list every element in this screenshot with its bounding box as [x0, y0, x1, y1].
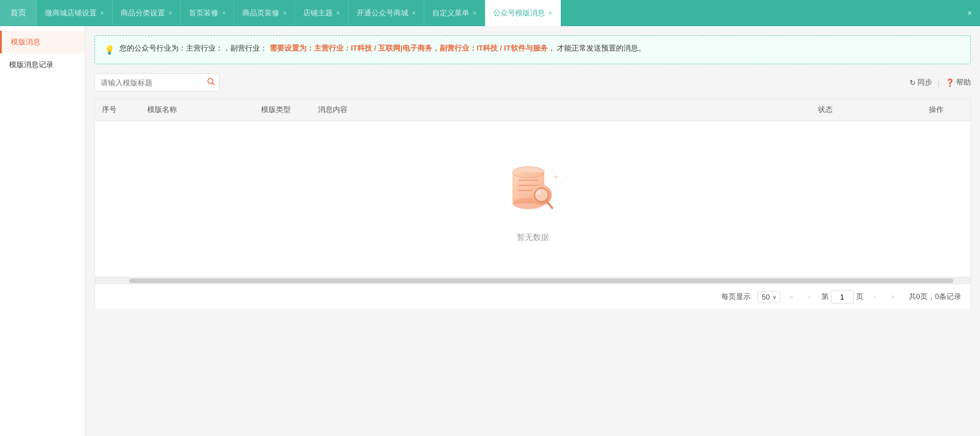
help-button[interactable]: ❓ 帮助: [945, 77, 971, 88]
close-open-mall[interactable]: ×: [412, 9, 416, 17]
nav-tab-home[interactable]: 首页: [0, 0, 37, 26]
page-number-input[interactable]: [831, 290, 854, 304]
total-info: 共0页，0条记录: [909, 292, 961, 302]
sidebar-item-template-msg[interactable]: 模版消息: [0, 31, 85, 53]
svg-point-14: [559, 182, 561, 184]
table-header: 序号 模版名称 模版类型 消息内容 状态 操作: [95, 99, 970, 121]
alert-highlight: 需要设置为：主营行业：IT科技 / 互联网|电子商务，副营行业：IT科技 / I…: [270, 44, 555, 52]
alert-banner: 💡 您的公众号行业为：主营行业：，副营行业： 需要设置为：主营行业：IT科技 /…: [94, 35, 971, 64]
product-category-label: 商品分类设置: [121, 8, 165, 18]
sidebar-item-template-msg-log[interactable]: 模版消息记录: [0, 53, 85, 76]
product-decor-label: 商品页装修: [242, 8, 279, 18]
page-size-chevron: ∨: [772, 294, 776, 300]
last-page-button[interactable]: »: [886, 290, 900, 304]
sync-button[interactable]: ↻ 同步: [909, 77, 932, 88]
divider: |: [938, 78, 940, 87]
empty-text: 暂无数据: [517, 232, 549, 243]
close-all-button[interactable]: ×: [960, 9, 980, 18]
svg-line-1: [213, 83, 215, 85]
nav-tab-open-mall[interactable]: 开通公众号商城 ×: [349, 0, 424, 26]
content-area: 💡 您的公众号行业为：主营行业：，副营行业： 需要设置为：主营行业：IT科技 /…: [85, 26, 980, 436]
top-nav: 首页 微商城店铺设置 × 商品分类设置 × 首页装修 × 商品页装修 × 店铺主…: [0, 0, 980, 26]
page-suffix: 页: [856, 292, 863, 302]
main-layout: 模版消息 模版消息记录 💡 您的公众号行业为：主营行业：，副营行业： 需要设置为…: [0, 26, 980, 436]
home-tab-label: 首页: [10, 8, 26, 18]
close-home-decor[interactable]: ×: [222, 9, 226, 17]
th-content: 消息内容: [311, 99, 811, 121]
empty-state: 暂无数据: [95, 121, 970, 277]
help-icon: ❓: [945, 78, 954, 87]
nav-tab-wsc-settings[interactable]: 微商城店铺设置 ×: [37, 0, 113, 26]
first-page-button[interactable]: «: [785, 290, 799, 304]
alert-prefix: 您的公众号行业为：主营行业：，副营行业：: [119, 44, 267, 52]
nav-tab-product-decor[interactable]: 商品页装修 ×: [234, 0, 295, 26]
svg-line-11: [546, 201, 552, 208]
page-info: 第 页: [821, 290, 863, 304]
page-prefix: 第: [821, 292, 829, 302]
th-action: 操作: [902, 99, 970, 121]
page-size-label: 每页显示: [721, 292, 751, 302]
home-decor-label: 首页装修: [189, 8, 218, 18]
th-name: 模版名称: [140, 99, 254, 121]
empty-illustration: [499, 155, 567, 223]
nav-tab-product-category[interactable]: 商品分类设置 ×: [113, 0, 181, 26]
horizontal-scrollbar[interactable]: [95, 277, 970, 284]
search-input[interactable]: [94, 73, 220, 92]
svg-point-15: [552, 171, 553, 172]
wsc-settings-label: 微商城店铺设置: [45, 8, 97, 18]
nav-tab-home-decor[interactable]: 首页装修 ×: [181, 0, 234, 26]
alert-suffix: 才能正常发送预置的消息。: [557, 44, 646, 52]
close-custom-menu[interactable]: ×: [473, 9, 477, 17]
template-msg-tab-label: 公众号模版消息: [493, 8, 545, 18]
th-seq: 序号: [95, 99, 140, 121]
shop-theme-label: 店铺主题: [303, 8, 333, 18]
search-input-wrap: [94, 73, 220, 92]
close-product-category[interactable]: ×: [168, 9, 172, 17]
sync-icon: ↻: [909, 78, 916, 87]
sync-help-area: ↻ 同步 | ❓ 帮助: [909, 77, 971, 88]
nav-tab-custom-menu[interactable]: 自定义菜单 ×: [424, 0, 485, 26]
page-size-value: 50: [762, 293, 770, 301]
sync-label: 同步: [917, 77, 932, 88]
nav-tab-shop-theme[interactable]: 店铺主题 ×: [295, 0, 349, 26]
next-page-button[interactable]: ›: [868, 290, 882, 304]
page-size-select[interactable]: 50 ∨: [758, 291, 780, 303]
search-icon[interactable]: [207, 78, 215, 88]
sidebar: 模版消息 模版消息记录: [0, 26, 85, 436]
custom-menu-label: 自定义菜单: [432, 8, 469, 18]
nav-tab-template-msg[interactable]: 公众号模版消息 ×: [485, 0, 561, 26]
pagination-bar: 每页显示 50 ∨ « ‹ 第 页 › » 共0页，0条记录: [95, 284, 970, 309]
open-mall-label: 开通公众号商城: [357, 8, 408, 18]
close-shop-theme[interactable]: ×: [336, 9, 340, 17]
bulb-icon: 💡: [104, 43, 115, 57]
scrollbar-thumb[interactable]: [129, 279, 953, 283]
close-template-msg[interactable]: ×: [548, 9, 552, 17]
close-product-decor[interactable]: ×: [283, 9, 287, 17]
help-label: 帮助: [956, 77, 971, 88]
search-bar: ↻ 同步 | ❓ 帮助: [94, 73, 971, 92]
th-type: 模版类型: [254, 99, 311, 121]
svg-point-12: [536, 190, 541, 195]
data-table: 序号 模版名称 模版类型 消息内容 状态 操作: [94, 98, 971, 310]
th-status: 状态: [811, 99, 902, 121]
prev-page-button[interactable]: ‹: [803, 290, 817, 304]
close-wsc-settings[interactable]: ×: [100, 9, 104, 17]
